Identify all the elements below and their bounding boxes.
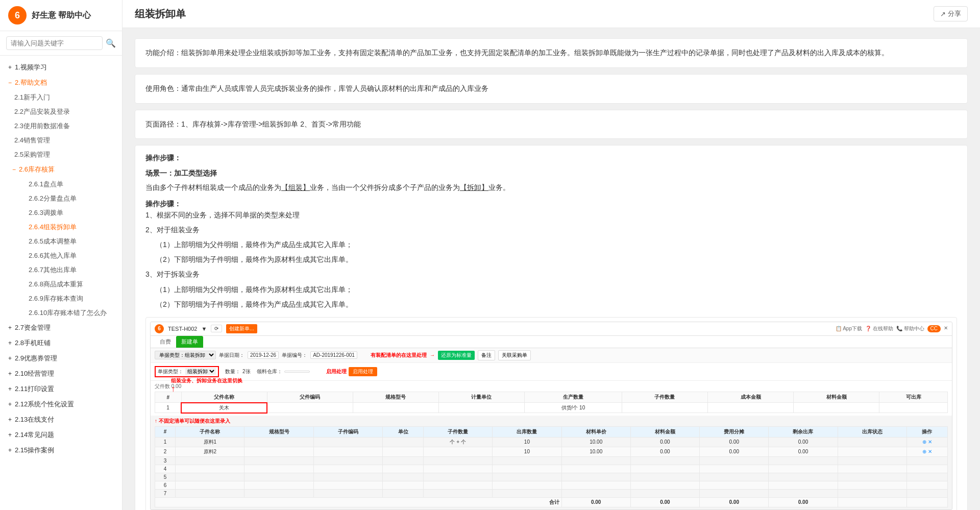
sidebar-item-sales[interactable]: 2.4销售管理: [14, 133, 122, 148]
sidebar-item-coupon[interactable]: + 2.9优惠券管理: [0, 351, 122, 366]
ss-lcol-alloc: 费用分摊: [700, 426, 769, 437]
sidebar-item-inventory-count[interactable]: 2.6.1盘点单: [29, 177, 122, 191]
ss-table-footer: 合计 0.000.000.000.00: [155, 497, 948, 507]
ss-note-btn[interactable]: 备注: [478, 350, 495, 360]
ss-form-area: 单据类型： 组装拆卸 数量： 2张 领料仓库： 启用处理: [151, 363, 952, 381]
ss-lower-table-container: ↑ 不固定清单可以随便在这里录入 # 子件名称 规格型号 子件编码 单位: [151, 416, 952, 509]
ss-arrow1: →: [430, 352, 435, 358]
sidebar-item-cost-recalc[interactable]: 2.6.8商品成本重算: [29, 277, 122, 292]
ss-help-link: ❓ 在线帮助: [865, 325, 893, 332]
sidebar-item-other-out[interactable]: 2.6.7其他出库单: [29, 263, 122, 277]
step2: 2、对于组装业务: [145, 224, 957, 236]
ss-annotation1: 有装配清单的在这里处理: [371, 352, 427, 359]
ss-warehouse-input[interactable]: [284, 371, 310, 373]
step2-2: （2）下部明细为子件明细，最终作为原材料生成其它出库单。: [145, 253, 957, 266]
scenario1-desc: 当由多个子件材料组装成一个成品的业务为【组装】业务，当由一个父件拆分成多个子产品…: [145, 181, 957, 194]
role-text: 使用角色：通常由生产人员或库管人员完成拆装业务的操作，库管人员确认原材料的出库和…: [145, 84, 488, 92]
ss-col-cost-amt: 成本金额: [707, 392, 793, 403]
ss-lcol-status: 出库状态: [838, 426, 906, 437]
sidebar: 6 好生意 帮助中心 🔍 + 1.视频学习 − 2.帮助文档 2.1新手入门 2…: [0, 0, 122, 510]
ss-type-field-select[interactable]: 组装拆卸: [185, 368, 216, 375]
table-row: 1原料1 个 + 个1010.000.000.000.00 ⊕ ✕: [155, 437, 948, 447]
sidebar-item-cases[interactable]: + 2.15操作案例: [0, 443, 122, 458]
table-row: 6: [155, 481, 948, 489]
search-input[interactable]: [6, 36, 103, 50]
sidebar-header: 6 好生意 帮助中心: [0, 0, 122, 31]
ss-process-btn[interactable]: 启用处理: [349, 367, 377, 376]
sidebar-item-help-docs[interactable]: − 2.帮助文档: [0, 75, 122, 90]
page-title: 组装拆卸单: [135, 7, 186, 21]
step3-2: （2）下部明细为子件明细，最终作为产成品生成其它入库单。: [145, 298, 957, 311]
role-card: 使用角色：通常由生产人员或库管人员完成拆装业务的操作，库管人员确认原材料的出库和…: [135, 74, 968, 104]
ss-upper-table-title: 父件数 0.00: [155, 383, 948, 390]
ss-tab-zifei[interactable]: 自费: [155, 336, 176, 348]
main-content: 组装拆卸单 ↗ 分享 功能介绍：组装拆卸单用来处理企业组装或拆卸等加工业务，支持…: [122, 0, 980, 510]
plus-icon-ops: +: [8, 370, 12, 377]
ss-col-can-out: 可出库: [879, 392, 948, 403]
sidebar-item-faq[interactable]: + 2.14常见问题: [0, 427, 122, 443]
sidebar-item-inventory[interactable]: − 2.6库存核算: [12, 162, 122, 177]
sidebar-item-payment[interactable]: + 2.13在线支付: [0, 412, 122, 427]
sidebar-item-mobile[interactable]: + 2.8手机旺铺: [0, 335, 122, 351]
sidebar-item-system[interactable]: + 2.12系统个性化设置: [0, 397, 122, 412]
ss-refresh-icon: ⟳: [211, 325, 222, 332]
ss-user-avatar: CC: [927, 325, 941, 332]
ss-lower-table: # 子件名称 规格型号 子件编码 单位 子件数量 出库数量 材料单价 材料金额: [155, 426, 948, 507]
sidebar-item-newbie[interactable]: 2.1新手入门: [14, 90, 122, 105]
sidebar-item-inventory-transfer[interactable]: 2.6.3调拨单: [29, 206, 122, 220]
ss-restore-btn[interactable]: 还原为标准量: [438, 351, 475, 360]
plus-icon-system: +: [8, 401, 12, 408]
plus-icon-payment: +: [8, 416, 12, 423]
scenario1-title: 场景一：加工类型选择: [145, 169, 957, 178]
step-list: 1、根据不同的业务，选择不同单据的类型来处理 2、对于组装业务 （1）上部明细为…: [145, 209, 957, 311]
sidebar-item-purchase[interactable]: 2.5采购管理: [14, 148, 122, 162]
sidebar-item-install[interactable]: 2.2产品安装及登录: [14, 105, 122, 119]
sidebar-item-stock-error[interactable]: 2.6.10库存账本错了怎么办: [29, 306, 122, 320]
ss-appid: TEST-H002: [168, 326, 197, 332]
search-icon[interactable]: 🔍: [106, 38, 116, 48]
ss-type-select[interactable]: 单据类型：组装拆卸: [155, 351, 216, 359]
ss-lcol-num: #: [155, 426, 176, 437]
ss-lcol-code: 子件编码: [313, 426, 382, 437]
ops-steps-title: 操作步骤：: [145, 200, 957, 209]
sidebar-item-inventory-split[interactable]: 2.6.2分量盘点单: [29, 191, 122, 206]
ss-link-btn[interactable]: 关联采购单: [498, 350, 531, 360]
plus-icon-finance: +: [8, 324, 12, 331]
sidebar-item-ops[interactable]: + 2.10经营管理: [0, 366, 122, 381]
ss-type-field-label: 单据类型：: [158, 368, 183, 375]
ss-date-value[interactable]: 2019-12-26: [248, 351, 279, 359]
plus-icon-coupon: +: [8, 355, 12, 362]
sidebar-item-stock-query[interactable]: 2.6.9库存账本查询: [29, 292, 122, 306]
ss-apps-link: 📋 App下载: [836, 325, 862, 332]
sidebar-item-other-in[interactable]: 2.6.6其他入库单: [29, 249, 122, 263]
plus-icon-cases: +: [8, 447, 12, 454]
ss-order-value[interactable]: AD-20191226-001: [310, 351, 357, 359]
step1: 1、根据不同的业务，选择不同单据的类型来处理: [145, 209, 957, 222]
ss-count-field: 数量： 2张: [225, 368, 251, 375]
ss-lcol-out-qty: 出库数量: [493, 426, 561, 437]
ss-top-links: 📋 App下载 ❓ 在线帮助 📞 帮助中心 CC ✕: [836, 325, 948, 332]
ss-create-btn[interactable]: 创建新单...: [226, 324, 257, 333]
screenshot-inner: 6 TEST-H002 ▼ ⟳ 创建新单... 📋 App下载 ❓ 在线帮助 📞…: [150, 322, 952, 510]
sidebar-item-print[interactable]: + 2.11打印设置: [0, 381, 122, 397]
sidebar-item-video[interactable]: + 1.视频学习: [0, 60, 122, 75]
sidebar-item-cost-adj[interactable]: 2.6.5成本调整单: [29, 234, 122, 249]
ss-annotation2: 组装业务、拆卸业务在这里切换 ↑: [171, 377, 242, 394]
ss-titlebar: 6 TEST-H002 ▼ ⟳ 创建新单... 📋 App下载 ❓ 在线帮助 📞…: [151, 322, 952, 336]
share-button[interactable]: ↗ 分享: [934, 6, 968, 21]
ss-tab-new[interactable]: 新建单: [176, 336, 203, 348]
ss-col-spec: 规格型号: [353, 392, 438, 403]
table-row: 3: [155, 456, 948, 465]
nav-sub-helpdocs: 2.1新手入门 2.2产品安装及登录 2.3使用前数据准备 2.4销售管理 2.…: [0, 90, 122, 320]
sidebar-item-assembly[interactable]: 2.6.4组装拆卸单: [29, 220, 122, 234]
sidebar-item-dataprep[interactable]: 2.3使用前数据准备: [14, 119, 122, 133]
sidebar-item-finance[interactable]: + 2.7资金管理: [0, 320, 122, 335]
path-card: 页面路径：1、库存核算->库存管理->组装拆卸单 2、首页->常用功能: [135, 110, 968, 139]
ss-support-link: 📞 帮助中心: [896, 325, 924, 332]
ss-col-material-amt: 材料金额: [794, 392, 879, 403]
ss-row-action1[interactable]: ⊕ ✕: [922, 439, 932, 445]
table-row: 4: [155, 465, 948, 473]
ops-title: 操作步骤：: [145, 154, 957, 163]
ss-row-action2[interactable]: ⊕ ✕: [922, 449, 932, 454]
intro-card: 功能介绍：组装拆卸单用来处理企业组装或拆卸等加工业务，支持有固定装配清单的产品加…: [135, 38, 968, 68]
